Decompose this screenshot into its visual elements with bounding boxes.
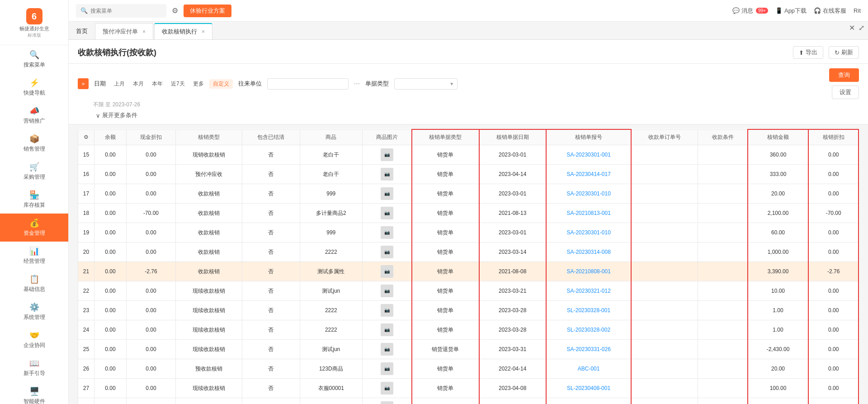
cell-verify-bill-no: SL-20230408-001	[546, 379, 631, 398]
solution-button[interactable]: 休验行业方案	[184, 5, 231, 17]
bill-no-link[interactable]: ABC-001	[578, 366, 600, 372]
cell-id: 26	[78, 359, 94, 379]
sidebar-item-inventory[interactable]: 🏪 库存核算	[0, 185, 68, 214]
filter-settings-button[interactable]: 设置	[832, 86, 859, 99]
cell-receipt-order-no	[631, 242, 698, 262]
th-include-settled: 包含已结清	[242, 129, 300, 145]
cell-balance: 0.00	[94, 301, 127, 320]
sidebar-item-finance[interactable]: 💰 资金管理	[0, 214, 68, 242]
sidebar-item-basic-info[interactable]: 📋 基础信息	[0, 270, 68, 298]
refresh-button[interactable]: ↻ 刷新	[829, 46, 859, 59]
cell-cash-discount: 0.00	[127, 359, 176, 379]
bill-no-link[interactable]: SA-20230414-017	[566, 171, 610, 177]
cell-verify-bill-date: 2023-03-28	[479, 320, 546, 340]
cell-balance: 0.00	[94, 320, 127, 340]
bill-no-link[interactable]: SL-20230328-001	[567, 307, 610, 314]
sidebar-item-guide[interactable]: 📖 新手引导	[0, 354, 68, 382]
cell-goods-img: 📷	[362, 204, 412, 223]
last-month-btn[interactable]: 上月	[111, 79, 127, 89]
tab-prepay[interactable]: 预付冲应付单 ×	[95, 23, 153, 39]
search-input[interactable]	[90, 8, 145, 14]
bill-no-link[interactable]: SA-20230301-010	[566, 229, 610, 236]
partner-input[interactable]	[267, 78, 349, 90]
bill-no-link[interactable]: SL-20230408-001	[567, 385, 610, 391]
topbar-right: 💬 消息 99+ 📱 App下载 🎧 在线客服 Rit	[732, 7, 861, 15]
user-item[interactable]: Rit	[854, 7, 861, 14]
bill-no-link[interactable]: SA-20230301-001	[566, 152, 610, 158]
bill-no-link[interactable]: SA-20230301-010	[566, 190, 610, 197]
cell-id: 21	[78, 262, 94, 281]
cell-verify-amount: 20.00	[748, 359, 809, 379]
bill-no-link[interactable]: SA-20210813-001	[566, 210, 610, 216]
custom-date-btn[interactable]: 自定义	[209, 79, 233, 89]
bill-no-link[interactable]: SA-20210808-001	[566, 268, 610, 275]
sidebar-item-purchase[interactable]: 🛒 采购管理	[0, 157, 68, 185]
cell-verify-amount: 3,390.00	[748, 262, 809, 281]
sidebar-item-marketing[interactable]: 📣 营销推广	[0, 101, 68, 129]
sidebar-item-system[interactable]: ⚙️ 系统管理	[0, 298, 68, 326]
sidebar-item-sales[interactable]: 📦 销售管理	[0, 129, 68, 157]
cell-receipt-condition	[698, 281, 748, 301]
more-date-btn[interactable]: 更多	[190, 79, 207, 89]
cell-verify-discount: 0.00	[808, 359, 859, 379]
close-window-icon[interactable]: ✕	[849, 24, 855, 32]
cell-verify-bill-date: 2022-04-14	[479, 359, 546, 379]
refresh-icon: ↻	[835, 49, 840, 56]
filter-expand-btn[interactable]: ∨ 展开更多条件	[96, 111, 859, 119]
last7-btn[interactable]: 近7天	[168, 79, 188, 89]
cell-verify-amount: 2,100.00	[748, 204, 809, 223]
tab-home[interactable]: 首页	[69, 23, 95, 39]
sidebar-item-hardware[interactable]: 🖥️ 智能硬件	[0, 382, 68, 404]
app-download-item[interactable]: 📱 App下载	[775, 7, 807, 15]
date-filter-label: 日期	[94, 80, 106, 88]
cell-include-settled: 否	[242, 398, 300, 404]
single-type-select[interactable]	[394, 78, 458, 90]
bill-no-link[interactable]: SA-20230331-026	[566, 346, 610, 352]
tab-verify[interactable]: 收款核销执行 ×	[154, 23, 212, 39]
table-area[interactable]: ⚙ 余额 现金折扣 核销类型 包含已结清 商品 商品图片 核销单据类型 核销单据…	[69, 124, 868, 404]
cell-receipt-condition	[698, 262, 748, 281]
cell-cash-discount: 0.00	[127, 145, 176, 165]
cell-goods: 2222	[300, 242, 362, 262]
this-month-btn[interactable]: 本月	[130, 79, 146, 89]
cell-verify-bill-type: 销货单	[412, 204, 479, 223]
bill-no-link[interactable]: SA-20230321-012	[566, 288, 610, 294]
cell-verify-bill-date: 2023-03-31	[479, 340, 546, 359]
cell-verify-bill-type: 销货单	[412, 165, 479, 184]
table-row: 17 0.00 0.00 收款核销 否 999 📷 销货单 2023-03-01…	[78, 184, 859, 204]
bill-no-link[interactable]: SA-20230314-008	[566, 249, 610, 255]
cell-verify-type: 预收款核销	[175, 359, 242, 379]
cell-cash-discount: 0.00	[127, 398, 176, 404]
th-verify-bill-date: 核销单据日期	[479, 129, 546, 145]
online-service-item[interactable]: 🎧 在线客服	[814, 7, 846, 15]
sidebar-item-collab[interactable]: 🤝 企业协同	[0, 326, 68, 354]
management-icon: 📊	[29, 246, 39, 256]
expand-window-icon[interactable]: ⤢	[859, 24, 864, 32]
sidebar-item-management[interactable]: 📊 经营管理	[0, 242, 68, 270]
cell-receipt-condition	[698, 242, 748, 262]
quicknav-icon: ⚡	[29, 78, 39, 88]
cell-id: 17	[78, 184, 94, 204]
topbar-search-box[interactable]: 🔍	[76, 4, 166, 18]
cell-verify-amount: 1.00	[748, 301, 809, 320]
this-year-btn[interactable]: 本年	[149, 79, 165, 89]
th-gear[interactable]: ⚙	[78, 129, 94, 145]
basic-info-icon: 📋	[29, 274, 39, 284]
cell-verify-bill-date: 2023-03-01	[479, 184, 546, 204]
cell-id: 23	[78, 301, 94, 320]
bill-no-link[interactable]: SL-20230328-002	[567, 327, 610, 333]
settings-icon[interactable]: ⚙	[172, 6, 178, 15]
cell-balance: 0.00	[94, 379, 127, 398]
filter-toggle-button[interactable]: »	[78, 78, 89, 89]
message-item[interactable]: 💬 消息 99+	[732, 7, 768, 15]
query-button[interactable]: 查询	[829, 68, 859, 82]
cell-verify-bill-no: SL-20230328-002	[546, 320, 631, 340]
th-verify-type: 核销类型	[175, 129, 242, 145]
tab-verify-close[interactable]: ×	[202, 29, 205, 35]
filter-date-group: 上月 本月 本年 近7天 更多 自定义	[111, 79, 233, 89]
tab-prepay-close[interactable]: ×	[142, 29, 146, 35]
sidebar-item-quicknav[interactable]: ⚡ 快捷导航	[0, 73, 68, 101]
sidebar-item-search[interactable]: 🔍 搜索菜单	[0, 45, 68, 73]
cell-verify-type: 现销收款核销	[175, 145, 242, 165]
export-button[interactable]: ⬆ 导出	[793, 46, 823, 59]
